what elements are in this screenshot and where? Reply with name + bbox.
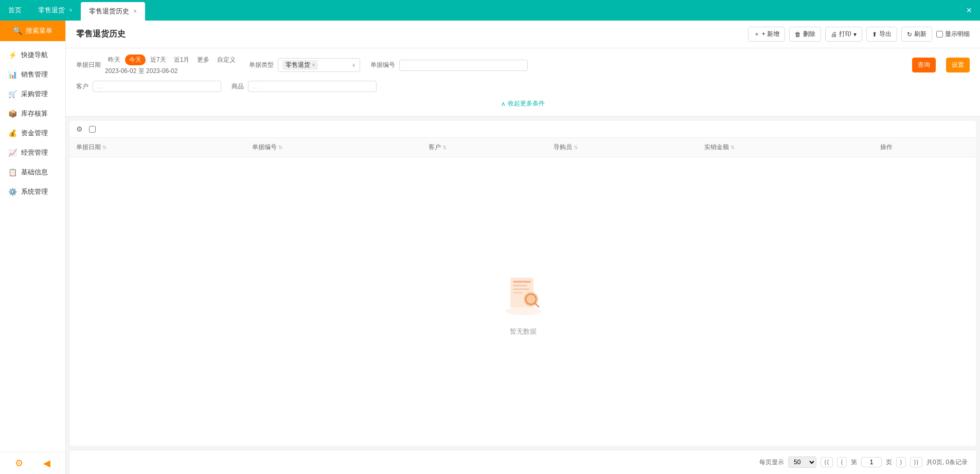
th-customer[interactable]: 客户⇅: [422, 138, 547, 157]
sidebar-item-sales-mgmt[interactable]: 📊 销售管理: [0, 65, 65, 84]
search-icon: 🔍: [13, 26, 23, 35]
sidebar-item-label-purchase-mgmt: 采购管理: [21, 89, 48, 99]
select-all-checkbox[interactable]: [89, 126, 96, 133]
table-container: ⚙ 单据日期⇅单据编号⇅客户⇅导购员⇅实销金额⇅操作: [70, 121, 976, 446]
page-label: 第: [851, 458, 857, 467]
date-shortcut-more[interactable]: 更多: [194, 54, 212, 65]
col-label-actual-amount: 实销金额: [704, 143, 729, 151]
search-menu-label: 搜索菜单: [26, 26, 52, 35]
date-range-display: 2023-06-02 至 2023-06-02: [105, 67, 239, 76]
settings-footer-btn[interactable]: ⚙: [15, 458, 23, 469]
show-detail-checkbox[interactable]: [936, 31, 943, 38]
filter-row-2: 客户 ... 商品 ...: [76, 81, 970, 92]
inventory-icon: 📦: [8, 109, 17, 118]
print-dropdown-icon: ▾: [853, 31, 857, 38]
collapse-filter-button[interactable]: ∧ 收起更多条件: [495, 97, 551, 110]
th-actual-amount[interactable]: 实销金额⇅: [698, 138, 874, 157]
doc-type-tag-close[interactable]: ×: [312, 62, 315, 68]
total-info: 共0页, 0条记录: [926, 458, 968, 467]
main-layout: 🔍 搜索菜单 ⚡ 快捷导航 📊 销售管理 🛒 采购管理 📦 库存核算 💰 资金管…: [0, 21, 980, 474]
add-button[interactable]: ＋ + 新增: [748, 27, 785, 42]
doc-type-arrow: ∨: [352, 62, 355, 68]
basic-info-icon: 📋: [8, 168, 17, 177]
col-label-operation: 操作: [880, 143, 893, 151]
search-menu-button[interactable]: 🔍 搜索菜单: [0, 21, 65, 41]
collapse-sidebar-btn[interactable]: ◀: [43, 458, 50, 469]
sort-icon-guide: ⇅: [574, 144, 578, 150]
tab-retail-return[interactable]: 零售退货×: [30, 0, 81, 21]
empty-illustration: [497, 267, 549, 319]
customer-filter: 客户 ...: [76, 81, 221, 92]
sidebar-footer: ⚙ ◀: [0, 452, 65, 474]
delete-button[interactable]: 🗑 删除: [789, 27, 821, 42]
tab-close-retail-return[interactable]: ×: [69, 7, 73, 14]
date-shortcut-yesterday[interactable]: 昨天: [105, 54, 123, 65]
settings-button[interactable]: 设置: [946, 58, 970, 72]
sidebar-item-label-operations: 经营管理: [21, 148, 48, 157]
sidebar-item-finance[interactable]: 💰 资金管理: [0, 123, 65, 143]
date-shortcut-last7[interactable]: 近7天: [147, 54, 169, 65]
page-size-select[interactable]: 50 10 20 100: [788, 457, 816, 468]
page-size-label: 每页显示: [759, 458, 784, 467]
first-page-button[interactable]: ⟨⟨: [821, 457, 833, 467]
query-button[interactable]: 查询: [912, 58, 936, 72]
pagination: 每页显示 50 10 20 100 ⟨⟨ ⟨ 第 页 ⟩ ⟩⟩ 共0页, 0条记…: [70, 450, 976, 474]
last-page-button[interactable]: ⟩⟩: [910, 457, 922, 467]
doc-type-select[interactable]: 零售退货 × ∨: [278, 58, 360, 72]
date-shortcut-custom[interactable]: 自定义: [214, 54, 239, 65]
sort-icon-customer: ⇅: [442, 144, 447, 150]
sidebar-item-quick-nav[interactable]: ⚡ 快捷导航: [0, 45, 65, 65]
tab-home[interactable]: 首页: [0, 0, 30, 21]
next-page-button[interactable]: ⟩: [896, 457, 906, 467]
th-guide[interactable]: 导购员⇅: [547, 138, 698, 157]
sales-mgmt-icon: 📊: [8, 70, 17, 79]
tab-retail-return-history[interactable]: 零售退货历史×: [81, 2, 145, 21]
sidebar-item-basic-info[interactable]: 📋 基础信息: [0, 162, 65, 182]
sidebar-item-label-finance: 资金管理: [21, 129, 48, 138]
delete-icon: 🗑: [795, 31, 801, 38]
svg-point-0: [505, 307, 541, 315]
export-button[interactable]: ⬆ 导出: [866, 27, 897, 42]
th-doc-number[interactable]: 单据编号⇅: [246, 138, 422, 157]
doc-type-label: 单据类型: [249, 61, 274, 69]
page-number-input[interactable]: [861, 457, 882, 467]
sidebar-item-purchase-mgmt[interactable]: 🛒 采购管理: [0, 84, 65, 104]
table-settings-icon[interactable]: ⚙: [76, 125, 83, 133]
empty-state: 暂无数据: [70, 157, 976, 446]
col-label-doc-date: 单据日期: [76, 143, 101, 151]
sidebar-item-operations[interactable]: 📈 经营管理: [0, 143, 65, 162]
sidebar-nav: ⚡ 快捷导航 📊 销售管理 🛒 采购管理 📦 库存核算 💰 资金管理 📈 经营管…: [0, 41, 65, 452]
goods-select[interactable]: ...: [248, 81, 377, 92]
goods-filter: 商品 ...: [231, 81, 377, 92]
content-area: 零售退货历史 ＋ + 新增 🗑 删除 🖨 打印 ▾ ⬆ 导出: [66, 21, 980, 474]
sidebar-item-label-inventory: 库存核算: [21, 109, 48, 118]
table-header-row: 单据日期⇅单据编号⇅客户⇅导购员⇅实销金额⇅操作: [70, 138, 976, 157]
date-shortcut-today[interactable]: 今天: [125, 54, 146, 65]
sidebar-item-inventory[interactable]: 📦 库存核算: [0, 104, 65, 123]
page-title: 零售退货历史: [76, 29, 126, 40]
export-icon: ⬆: [872, 31, 877, 38]
refresh-icon: ↻: [907, 31, 912, 38]
sidebar-item-system-mgmt[interactable]: ⚙️ 系统管理: [0, 182, 65, 202]
col-label-doc-number: 单据编号: [252, 143, 277, 151]
page-unit-label: 页: [886, 458, 892, 467]
system-mgmt-icon: ⚙️: [8, 187, 17, 196]
goods-label: 商品: [231, 82, 244, 91]
empty-text: 暂无数据: [510, 327, 537, 336]
show-detail-checkbox-label[interactable]: 显示明细: [936, 30, 970, 39]
print-button[interactable]: 🖨 打印 ▾: [825, 27, 862, 42]
doc-number-filter: 单据编号: [370, 60, 528, 71]
tab-close-retail-return-history[interactable]: ×: [133, 8, 137, 15]
window-close-button[interactable]: ×: [958, 5, 980, 16]
sidebar-item-label-sales-mgmt: 销售管理: [21, 70, 48, 79]
customer-select[interactable]: ...: [93, 81, 221, 92]
sort-icon-actual-amount: ⇅: [730, 144, 735, 150]
svg-rect-3: [513, 285, 527, 286]
page-header: 零售退货历史 ＋ + 新增 🗑 删除 🖨 打印 ▾ ⬆ 导出: [66, 21, 980, 48]
prev-page-button[interactable]: ⟨: [837, 457, 847, 467]
th-doc-date[interactable]: 单据日期⇅: [70, 138, 246, 157]
date-shortcut-last1month[interactable]: 近1月: [171, 54, 193, 65]
doc-number-input[interactable]: [399, 60, 528, 71]
refresh-button[interactable]: ↻ 刷新: [901, 27, 932, 42]
doc-type-filter: 单据类型 零售退货 × ∨: [249, 58, 360, 72]
